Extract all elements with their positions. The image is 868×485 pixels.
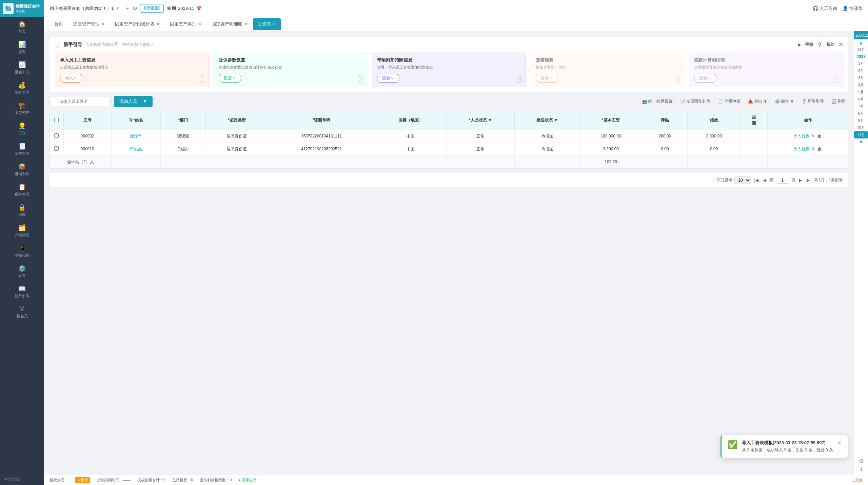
sidebar-label-payroll: 工资 <box>18 131 26 136</box>
row2-checkbox[interactable] <box>50 143 63 155</box>
tax-report-btn[interactable]: 🧾 个税申报 <box>715 97 743 106</box>
payroll-icon: 👷 <box>18 122 26 130</box>
sidebar-item-home[interactable]: 🏠 首页 <box>0 17 44 37</box>
step2-btn[interactable]: 设置＞ <box>219 74 241 83</box>
switch-version-button[interactable]: 切到旧版 <box>140 4 164 13</box>
wizard-step-5: 5 税款计算明细表 查看税款计算过程及明细数据 查看＞ <box>689 53 843 87</box>
cal-month-10[interactable]: 10月 <box>854 124 868 131</box>
th-report-status[interactable]: 报送状态 ▼ <box>515 111 580 130</box>
unpin-button[interactable]: ◀取消固定 <box>0 473 44 485</box>
cal-month-4[interactable]: 4月 <box>854 81 868 89</box>
prev-page-btn[interactable]: ◀ <box>762 177 768 183</box>
row1-edit-icon[interactable]: ✎ <box>812 134 815 138</box>
tab-assets-detail[interactable]: 固定资产明细账 ✕ <box>207 18 252 30</box>
sidebar-item-ledger[interactable]: 📊 总账 <box>0 37 44 58</box>
step4-btn[interactable]: 查看＞ <box>536 74 558 83</box>
add-account-icon[interactable]: ＋ <box>124 5 130 12</box>
step3-btn[interactable]: 查看＞ <box>377 74 399 83</box>
cal-info-icon[interactable]: ℹ <box>860 466 862 472</box>
row1-name-link[interactable]: 徐泽华 <box>130 134 142 138</box>
row2-check[interactable] <box>54 146 59 151</box>
social-insurance-btn[interactable]: 👥 统一社保设置 <box>639 97 675 106</box>
sidebar-item-tax[interactable]: 📋 税务管理 <box>0 180 44 200</box>
ledger-icon: 📊 <box>18 41 26 48</box>
tab-assets-mgmt-close[interactable]: ✕ <box>101 22 105 26</box>
row2-name-link[interactable]: 李俊杰 <box>130 147 142 151</box>
tab-assets-detail-close[interactable]: ✕ <box>244 22 248 26</box>
row2-edit-icon[interactable]: ✎ <box>812 147 815 151</box>
first-page-btn[interactable]: |◀ <box>753 177 760 183</box>
account-selector[interactable]: 刘小艳演示账套（勿删勿动！）1 ▼ <box>50 5 120 12</box>
row2-name[interactable]: 李俊杰 <box>111 143 160 155</box>
cal-month-1[interactable]: 1月 <box>854 60 868 67</box>
per-page-select[interactable]: 10 20 50 <box>734 176 751 184</box>
sidebar-item-payroll[interactable]: 👷 工资 <box>0 119 44 139</box>
period-selector[interactable]: 账期 2023-11 📅 <box>167 5 202 12</box>
last-page-btn[interactable]: ▶| <box>805 177 812 183</box>
refresh-btn[interactable]: 🔄 刷新 <box>829 97 848 106</box>
tab-payroll[interactable]: 工资表 ✕ <box>253 18 281 30</box>
sidebar-item-guide[interactable]: 📖 新手引导 <box>0 282 44 302</box>
warm-tip-label[interactable]: ● 温馨提示 <box>238 478 257 483</box>
toast-close-icon[interactable]: ✕ <box>837 440 842 446</box>
row1-name[interactable]: 徐泽华 <box>111 130 160 143</box>
sidebar-item-vip[interactable]: V 畅会员 <box>0 302 44 322</box>
cal-setting-icon[interactable]: ⚙ <box>859 458 864 464</box>
sidebar-item-funds[interactable]: 💰 资金管理 <box>0 78 44 98</box>
page-number-input[interactable] <box>776 177 789 184</box>
row2-social-btn[interactable]: 个人社保 <box>793 147 810 151</box>
tab-assets-depr[interactable]: 固定资产折旧统计表 ✕ <box>110 18 164 30</box>
sidebar-item-inventory[interactable]: 📦 进销台账 <box>0 160 44 180</box>
step1-btn[interactable]: 导入＞ <box>60 74 82 83</box>
sidebar-item-reports[interactable]: 📈 报表中心 <box>0 58 44 78</box>
user-menu[interactable]: 👤 徐泽华 <box>843 5 863 12</box>
th-status[interactable]: *人员状态 ▼ <box>446 111 515 130</box>
cal-month-9[interactable]: 9月 <box>854 117 868 124</box>
tab-home[interactable]: 首页 <box>50 18 68 30</box>
calendar-next-btn[interactable]: ▼ <box>858 138 864 145</box>
select-all-checkbox[interactable] <box>54 118 59 122</box>
operations-btn[interactable]: ⚙️ 操作 ▼ <box>772 97 797 106</box>
cal-month-6[interactable]: 6月 <box>854 96 868 103</box>
sidebar-item-assets[interactable]: 🏗️ 固定资产 <box>0 98 44 119</box>
cal-month-8[interactable]: 8月 <box>854 110 868 117</box>
employee-search-input[interactable] <box>50 97 111 106</box>
wizard-help-label[interactable]: 帮助 <box>826 42 834 48</box>
export-btn[interactable]: 📤 导出 ▼ <box>745 97 770 106</box>
tab-assets-depr-close[interactable]: ✕ <box>156 22 160 26</box>
add-employee-dropdown-icon[interactable]: ▼ <box>140 99 147 104</box>
row1-check[interactable] <box>54 133 59 138</box>
tab-payroll-close[interactable]: ✕ <box>273 22 276 26</box>
row1-delete-icon[interactable]: 🗑 <box>817 134 822 138</box>
next-page-btn[interactable]: ▶ <box>797 177 803 183</box>
cal-month-2[interactable]: 2月 <box>854 67 868 74</box>
th-name[interactable]: ⇅ *姓名 <box>111 111 160 130</box>
wizard-close-icon[interactable]: ✕ <box>839 41 843 48</box>
wizard-video-label[interactable]: 视频 <box>805 42 813 48</box>
row2-delete-icon[interactable]: 🗑 <box>817 147 822 151</box>
row1-checkbox[interactable] <box>50 130 63 143</box>
tab-assets-mgmt[interactable]: 固定资产管理 ✕ <box>68 18 110 30</box>
tab-assets-cat-close[interactable]: ✕ <box>198 22 201 26</box>
cal-month-5[interactable]: 5月 <box>854 89 868 96</box>
tab-assets-cat[interactable]: 固定资产类别 ✕ <box>165 18 206 30</box>
cal-month-3[interactable]: 3月 <box>854 74 868 81</box>
sidebar-item-archive[interactable]: 🗂️ 归档管理 <box>0 221 44 241</box>
sidebar-item-settings[interactable]: ⚙️ 设置 <box>0 261 44 282</box>
row1-social-btn[interactable]: 个人社保 <box>793 134 810 138</box>
calendar-prev-btn[interactable]: ▲ <box>858 39 864 46</box>
step5-btn[interactable]: 查看＞ <box>694 74 716 83</box>
cal-month-prev-year[interactable]: 12月 <box>854 46 868 53</box>
guide-btn[interactable]: ❓ 新手引导 <box>799 97 827 106</box>
ai-consult-button[interactable]: 🎧 人工咨询 <box>813 5 837 12</box>
cal-month-7[interactable]: 7月 <box>854 103 868 110</box>
sidebar-item-expense[interactable]: 📱 小畅报销 <box>0 241 44 261</box>
special-deduction-btn[interactable]: 📝 专项附加扣除 <box>677 97 713 106</box>
sidebar-item-closing[interactable]: 🔒 结账 <box>0 200 44 221</box>
add-employee-button[interactable]: 添加人员 ▼ <box>114 96 153 107</box>
settings-gear-icon[interactable]: ⚙ <box>133 5 137 12</box>
sidebar-item-invoices[interactable]: 🧾 发票管理 <box>0 139 44 160</box>
page-prefix-label: 第 <box>770 177 774 183</box>
cal-month-11[interactable]: 11月 <box>854 131 868 138</box>
charge-link[interactable]: 去充值 <box>851 478 863 483</box>
